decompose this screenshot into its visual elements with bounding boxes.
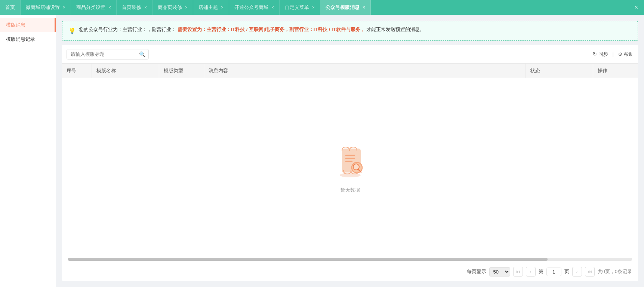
col-status: 状态 [526,64,593,78]
search-box: 🔍 [67,49,149,59]
search-icon: 🔍 [139,51,145,57]
tab-home-label: 首页 [5,4,15,11]
tab-product-category-label: 商品分类设置 [76,4,105,11]
tab-product-category[interactable]: 商品分类设置 × [71,0,117,15]
search-input[interactable] [67,49,136,59]
content-area: 💡 您的公众号行业为：主营行业：，副营行业： 需要设置为：主营行业：IT科技 /… [56,15,644,287]
col-action: 操作 [593,64,638,78]
table-header: 序号 模版名称 模版类型 消息内容 状态 操作 [62,63,638,78]
col-name: 模版名称 [92,64,159,78]
sync-button[interactable]: ↻ 同步 [593,51,608,58]
tab-homepage-decor-close[interactable]: × [144,5,147,10]
tab-product-category-close[interactable]: × [108,5,111,10]
scrollbar-track[interactable] [68,258,632,261]
notice-icon: 💡 [68,26,76,36]
main-layout: 模版消息 模版消息记录 💡 您的公众号行业为：主营行业：，副营行业： 需要设置为… [0,15,644,287]
top-tabbar: 首页 微商城店铺设置 × 商品分类设置 × 首页装修 × 商品页装修 × 店铺主… [0,0,644,15]
tab-open-wechat-mall-close[interactable]: × [271,5,274,10]
divider: | [613,51,614,57]
tab-open-wechat-mall[interactable]: 开通公众号商城 × [229,0,280,15]
prev-page-button[interactable]: ‹ [526,267,536,277]
sidebar-item-template-message-record[interactable]: 模版消息记录 [0,32,56,46]
tab-custom-menu-label: 自定义菜单 [285,4,309,11]
help-icon: ⊙ [618,51,622,57]
scrollbar-thumb[interactable] [68,258,548,261]
col-type: 模版类型 [159,64,204,78]
table-card: 🔍 ↻ 同步 | ⊙ 帮助 序号 模版名称 [62,45,638,281]
tab-home[interactable]: 首页 [0,0,21,15]
empty-text: 暂无数据 [341,187,360,193]
global-close-button[interactable]: × [629,0,644,15]
tab-weshop-settings-close[interactable]: × [63,5,65,10]
tab-store-theme-close[interactable]: × [221,5,224,10]
next-page-button[interactable]: › [572,267,582,277]
notice-text: 您的公众号行业为：主营行业：，副营行业： 需要设置为：主营行业：IT科技 / 互… [79,26,425,34]
tab-product-decor-label: 商品页装修 [158,4,182,11]
notice-box: 💡 您的公众号行业为：主营行业：，副营行业： 需要设置为：主营行业：IT科技 /… [62,21,638,41]
tab-product-decor[interactable]: 商品页装修 × [152,0,193,15]
tab-template-message-label: 公众号模版消息 [326,4,360,11]
empty-state: 暂无数据 [62,78,638,255]
toolbar-right: ↻ 同步 | ⊙ 帮助 [593,51,634,58]
tab-product-decor-close[interactable]: × [185,5,188,10]
tab-store-theme[interactable]: 店铺主题 × [193,0,229,15]
tab-homepage-decor-label: 首页装修 [122,4,141,11]
tab-template-message[interactable]: 公众号模版消息 × [320,0,371,15]
tab-homepage-decor[interactable]: 首页装修 × [117,0,152,15]
pagination-bar: 每页显示 50 20 100 ⏮ ‹ 第 页 › ⏭ 共0页，0条记录 [62,264,638,281]
help-button[interactable]: ⊙ 帮助 [618,51,634,58]
tab-template-message-close[interactable]: × [363,5,365,10]
page-number-input[interactable] [546,268,561,276]
tab-custom-menu[interactable]: 自定义菜单 × [280,0,320,15]
tab-open-wechat-mall-label: 开通公众号商城 [234,4,268,11]
sync-icon: ↻ [593,51,597,57]
total-info: 共0页，0条记录 [598,268,632,275]
empty-illustration [332,143,369,181]
toolbar: 🔍 ↻ 同步 | ⊙ 帮助 [62,45,638,63]
col-content: 消息内容 [204,64,526,78]
page-label-after: 页 [564,268,569,275]
page-size-label: 每页显示 [467,268,486,275]
col-index: 序号 [62,64,92,78]
tab-custom-menu-close[interactable]: × [312,5,315,10]
sidebar: 模版消息 模版消息记录 [0,15,56,287]
tab-store-theme-label: 店铺主题 [198,4,218,11]
page-label-before: 第 [539,268,543,275]
tab-weshop-settings-label: 微商城店铺设置 [26,4,60,11]
search-button[interactable]: 🔍 [136,49,148,59]
last-page-button[interactable]: ⏭ [585,267,595,277]
tab-weshop-settings[interactable]: 微商城店铺设置 × [21,0,71,15]
sidebar-item-template-message[interactable]: 模版消息 [0,18,56,32]
page-size-select[interactable]: 50 20 100 [489,267,510,277]
first-page-button[interactable]: ⏮ [513,267,523,277]
